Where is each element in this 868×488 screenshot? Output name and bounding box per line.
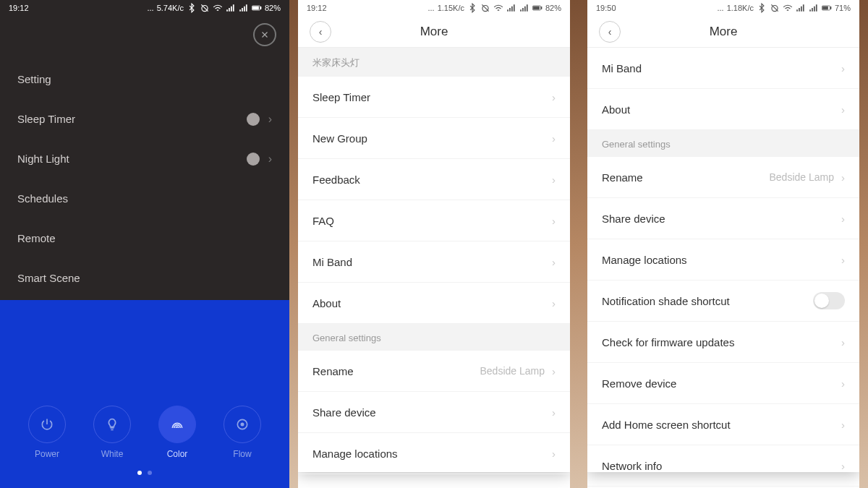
chevron-right-icon: ›: [841, 419, 845, 431]
section-header: General settings: [298, 324, 570, 351]
bluetooth-icon: [187, 3, 197, 13]
header: ‹ More: [587, 16, 859, 48]
status-dots-icon: ...: [717, 4, 723, 12]
menu-remote[interactable]: Remote: [0, 218, 289, 258]
alarm-off-icon: [200, 3, 210, 13]
row-rename[interactable]: Rename Bedside Lamp›: [587, 157, 859, 198]
svg-rect-9: [533, 7, 539, 9]
back-button[interactable]: ‹: [599, 21, 621, 43]
rainbow-icon: [170, 417, 184, 432]
row-new-group[interactable]: New Group›: [298, 118, 570, 159]
toggle-knob: [814, 294, 829, 308]
header: ‹ More: [298, 16, 570, 48]
row-about[interactable]: About›: [298, 283, 570, 324]
menu-schedules[interactable]: Schedules: [0, 179, 289, 218]
chevron-right-icon: ›: [552, 406, 556, 419]
status-bar: 19:12 ... 5.74K/c 82%: [0, 0, 289, 16]
control-power[interactable]: Power: [28, 406, 66, 459]
chevron-right-icon: ›: [268, 153, 272, 166]
row-firmware-updates[interactable]: Check for firmware updates›: [587, 322, 859, 363]
status-battery: 82%: [545, 4, 561, 12]
row-label: Network info: [602, 460, 662, 472]
battery-icon: [532, 3, 542, 13]
status-time: 19:50: [596, 4, 616, 12]
row-label: Feedback: [312, 174, 360, 186]
status-time: 19:12: [9, 4, 29, 12]
row-value: Bedside Lamp: [769, 171, 834, 183]
bluetooth-icon: [757, 3, 767, 13]
dot-2: [148, 471, 152, 475]
row-mi-band[interactable]: Mi Band›: [298, 241, 570, 283]
alarm-off-icon: [770, 3, 780, 13]
svg-rect-13: [822, 7, 827, 9]
row-remove-device[interactable]: Remove device›: [587, 363, 859, 404]
power-icon: [40, 417, 54, 432]
phone-3: 19:50 ... 1.18K/c 71% ‹ More Mi Band› Ab…: [579, 0, 868, 488]
battery-icon: [822, 3, 832, 13]
wifi-icon: [783, 3, 793, 13]
status-bar: 19:12 ... 1.15K/c 82%: [298, 0, 570, 16]
menu-label: Setting: [17, 73, 51, 85]
row-manage-locations[interactable]: Manage locations›: [587, 239, 859, 281]
toggle-switch[interactable]: [813, 292, 845, 309]
row-mi-band[interactable]: Mi Band›: [587, 48, 859, 89]
row-share-device[interactable]: Share device›: [587, 198, 859, 239]
chevron-right-icon: ›: [841, 103, 845, 116]
status-dots-icon: ...: [427, 4, 434, 12]
section-header: 米家床头灯: [298, 48, 570, 77]
settings-overlay: Setting Sleep Timer › Night Light › Sche…: [0, 16, 289, 300]
row-label: About: [312, 297, 341, 309]
bulb-icon: [105, 417, 119, 432]
signal-icon: [506, 3, 516, 13]
row-label: Rename: [602, 171, 643, 184]
menu-night-light[interactable]: Night Light ›: [0, 139, 289, 179]
row-home-shortcut[interactable]: Add Home screen shortcut›: [587, 404, 859, 445]
page-title: More: [420, 25, 448, 39]
control-color[interactable]: Color: [158, 406, 196, 459]
phone-1: 19:12 ... 5.74K/c 82% Setting Sleep Time…: [0, 0, 289, 488]
row-faq[interactable]: FAQ›: [298, 200, 570, 241]
row-sleep-timer[interactable]: Sleep Timer›: [298, 77, 570, 118]
row-share-device[interactable]: Share device›: [298, 392, 570, 433]
back-button[interactable]: ‹: [310, 21, 331, 43]
wifi-icon: [493, 3, 503, 13]
settings-list: 米家床头灯 Sleep Timer› New Group› Feedback› …: [298, 48, 570, 474]
row-value: Bedside Lamp: [480, 365, 545, 377]
alarm-off-icon: [480, 3, 490, 13]
row-rename[interactable]: Rename Bedside Lamp›: [298, 351, 570, 392]
status-battery: 82%: [265, 4, 281, 12]
row-manage-locations[interactable]: Manage locations›: [298, 433, 570, 474]
row-notification-shortcut[interactable]: Notification shade shortcut: [587, 281, 859, 322]
chevron-right-icon: ›: [841, 336, 845, 348]
status-battery: 71%: [835, 4, 851, 12]
menu-label: Sleep Timer: [17, 113, 75, 125]
svg-rect-3: [252, 7, 258, 9]
menu-sleep-timer[interactable]: Sleep Timer ›: [0, 99, 289, 139]
signal-2-icon: [519, 3, 529, 13]
signal-2-icon: [809, 3, 819, 13]
status-net: 1.15K/c: [438, 4, 464, 12]
chevron-right-icon: ›: [552, 256, 556, 268]
status-dots-icon: ...: [147, 4, 153, 12]
row-label: Check for firmware updates: [602, 336, 734, 348]
menu-smart-scene[interactable]: Smart Scene: [0, 258, 289, 298]
row-feedback[interactable]: Feedback›: [298, 159, 570, 200]
row-network-info[interactable]: Network info›: [587, 445, 859, 487]
row-label: About: [602, 103, 630, 116]
wifi-icon: [213, 3, 223, 13]
row-label: Share device: [602, 213, 665, 225]
chevron-right-icon: ›: [552, 297, 556, 309]
chevron-right-icon: ›: [841, 62, 845, 74]
row-label: New Group: [312, 132, 367, 145]
control-white[interactable]: White: [93, 406, 131, 459]
close-button[interactable]: [253, 23, 276, 46]
control-label: Color: [167, 449, 188, 459]
menu-setting[interactable]: Setting: [0, 59, 289, 99]
status-net: 1.18K/c: [727, 4, 754, 12]
row-label: Mi Band: [602, 62, 642, 74]
row-label: Manage locations: [312, 448, 398, 460]
row-about[interactable]: About›: [587, 89, 859, 130]
chevron-right-icon: ›: [552, 215, 556, 227]
svg-rect-12: [830, 7, 831, 9]
control-flow[interactable]: Flow: [224, 406, 261, 459]
